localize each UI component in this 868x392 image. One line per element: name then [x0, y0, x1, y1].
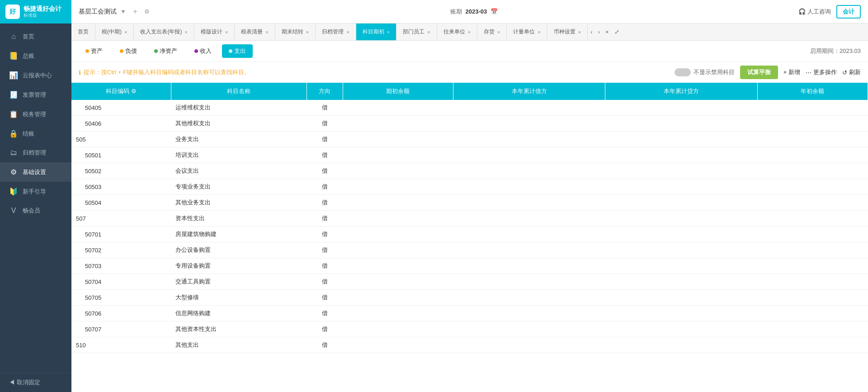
cat-tab-expense[interactable]: 支出: [222, 44, 253, 58]
tab-close-7[interactable]: ×: [387, 29, 390, 35]
table-row[interactable]: 50706信息网络购建借: [71, 306, 868, 321]
tab-close-11[interactable]: ×: [538, 29, 540, 35]
cell-4-4: [453, 163, 605, 179]
tab-close-12[interactable]: ×: [578, 29, 581, 35]
table-row[interactable]: 50707其他资本性支出借: [71, 321, 868, 337]
add-tab-icon[interactable]: ＋: [132, 7, 139, 16]
sidebar-item-ledger[interactable]: 📒总账: [0, 46, 71, 66]
tab-close-5[interactable]: ×: [306, 29, 309, 35]
tab-item-4[interactable]: 税表清册×: [235, 24, 275, 40]
table-row[interactable]: 50704交通工具购置借: [71, 274, 868, 290]
table-row[interactable]: 50703专用设备购置借: [71, 258, 868, 274]
table-row[interactable]: 50405运维维权支出借: [71, 100, 868, 116]
cell-13-3: [343, 306, 453, 321]
tab-close-all-button[interactable]: ×: [603, 24, 612, 40]
tab-item-6[interactable]: 归档管理×: [316, 24, 356, 40]
sidebar-item-archive[interactable]: 🗂归档管理: [0, 143, 71, 162]
cell-4-0: 50502: [71, 163, 171, 179]
cell-5-0: 50503: [71, 179, 171, 195]
balance-button[interactable]: 试算平衡: [740, 66, 778, 79]
cell-12-5: [605, 290, 757, 306]
tab-item-5[interactable]: 期末结转×: [275, 24, 316, 40]
table-row[interactable]: 50504其他业务支出借: [71, 195, 868, 211]
tab-item-2[interactable]: 收入支出表(年报)×: [134, 24, 194, 40]
dropdown-icon[interactable]: ▼: [120, 8, 126, 15]
consult-button[interactable]: 🎧 人工咨询: [798, 8, 831, 16]
tab-close-1[interactable]: ×: [124, 29, 127, 35]
tab-close-10[interactable]: ×: [497, 29, 500, 35]
cat-tab-asset[interactable]: 资产: [79, 44, 109, 58]
cell-2-5: [605, 132, 757, 147]
category-tabs: 资产负债净资产收入支出启用期间：2023.03: [71, 41, 868, 62]
add-button[interactable]: + 新增: [783, 68, 800, 76]
sidebar-item-report[interactable]: 📊云报表中心: [0, 66, 71, 85]
headset-icon: 🎧: [798, 8, 806, 15]
tab-label-4: 税表清册: [241, 28, 263, 36]
sidebar-item-close[interactable]: 🔒结账: [0, 124, 71, 143]
table-row[interactable]: 505业务支出借: [71, 132, 868, 147]
tab-item-12[interactable]: 币种设置×: [547, 24, 588, 40]
tab-label-1: 税(中期): [102, 28, 122, 36]
settings-icon[interactable]: ⚙: [144, 8, 150, 15]
cell-0-0: 50405: [71, 100, 171, 116]
tab-item-11[interactable]: 计量单位×: [507, 24, 547, 40]
table-row[interactable]: 50502会议支出借: [71, 163, 868, 179]
cell-0-3: [343, 100, 453, 116]
cat-tab-equity[interactable]: 净资产: [147, 44, 184, 58]
tab-item-8[interactable]: 部门员工×: [396, 24, 437, 40]
cat-tab-liability[interactable]: 负债: [113, 44, 144, 58]
more-button[interactable]: ⋯ 更多操作: [806, 68, 837, 76]
tab-item-1[interactable]: 税(中期)×: [95, 24, 134, 40]
cell-8-0: 50701: [71, 227, 171, 242]
tab-item-9[interactable]: 往来单位×: [437, 24, 477, 40]
sidebar-item-home[interactable]: ⌂首页: [0, 27, 71, 46]
toggle-disable-block: 不显示禁用科目: [675, 68, 735, 76]
sidebar-pin-toggle[interactable]: ◀ 取消固定: [0, 373, 71, 392]
tab-close-2[interactable]: ×: [184, 29, 187, 35]
tab-close-4[interactable]: ×: [265, 29, 268, 35]
col-settings-icon[interactable]: ⚙: [131, 88, 137, 94]
sidebar-item-settings[interactable]: ⚙基础设置: [0, 162, 71, 182]
tab-close-6[interactable]: ×: [346, 29, 349, 35]
tab-item-0[interactable]: 首页: [71, 24, 95, 40]
tab-prev-button[interactable]: ‹: [588, 24, 595, 40]
tab-close-8[interactable]: ×: [427, 29, 430, 35]
sidebar-item-invoice[interactable]: 🧾发票管理: [0, 85, 71, 104]
calendar-icon[interactable]: 📅: [491, 8, 498, 15]
tab-label-6: 归档管理: [322, 28, 344, 36]
sidebar-label-settings: 基础设置: [23, 168, 46, 176]
tab-item-3[interactable]: 模版设计×: [194, 24, 235, 40]
table-row[interactable]: 50503专项业务支出借: [71, 179, 868, 195]
sidebar-icon-invoice: 🧾: [9, 90, 18, 99]
tab-expand-button[interactable]: ⤢: [612, 24, 622, 40]
table-row[interactable]: 507资本性支出借: [71, 211, 868, 227]
table-row[interactable]: 50406其他维权支出借: [71, 116, 868, 132]
sidebar-label-archive: 归档管理: [23, 149, 46, 157]
cell-4-2: 借: [307, 163, 343, 179]
sidebar-item-vip[interactable]: V畅会员: [0, 201, 71, 220]
cell-6-4: [453, 195, 605, 211]
table-row[interactable]: 50501培训支出借: [71, 147, 868, 163]
table-row[interactable]: 50702办公设备购置借: [71, 242, 868, 258]
cell-7-2: 借: [307, 211, 343, 227]
tab-item-7[interactable]: 科目期初×: [356, 24, 396, 40]
cell-10-3: [343, 258, 453, 274]
disable-toggle[interactable]: [675, 68, 691, 76]
cat-tab-income[interactable]: 收入: [188, 44, 218, 58]
cell-8-1: 房屋建筑物购建: [171, 227, 307, 242]
account-button[interactable]: 会计: [836, 5, 861, 19]
main-area: 基层工会测试 ▼ ＋ ⚙ 账期 2023-03 📅 🎧 人工咨询 会计 首页税(…: [71, 0, 868, 392]
tab-next-button[interactable]: ›: [595, 24, 603, 40]
cell-1-4: [453, 116, 605, 132]
sidebar-item-tax[interactable]: 📋税务管理: [0, 104, 71, 124]
refresh-button[interactable]: ↺ 刷新: [842, 68, 861, 76]
cell-8-2: 借: [307, 227, 343, 242]
tab-close-3[interactable]: ×: [225, 29, 228, 35]
table-row[interactable]: 50705大型修缮借: [71, 290, 868, 306]
balance-label: 试算平衡: [747, 69, 771, 76]
sidebar-item-guide[interactable]: 🔰新手引导: [0, 182, 71, 201]
tab-item-10[interactable]: 存货×: [477, 24, 507, 40]
table-row[interactable]: 510其他支出借: [71, 337, 868, 353]
tab-close-9[interactable]: ×: [468, 29, 471, 35]
table-row[interactable]: 50701房屋建筑物购建借: [71, 227, 868, 242]
